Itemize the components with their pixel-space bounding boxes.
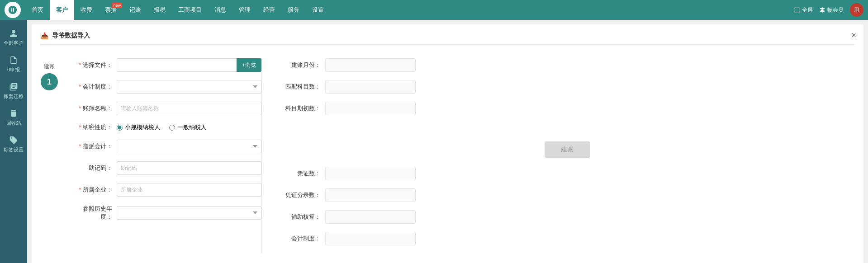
assign-accountant-select[interactable]	[117, 140, 261, 153]
nav-item-tax[interactable]: 报税	[147, 0, 172, 20]
assign-accountant-row: 指派会计：	[71, 140, 261, 153]
sidebar-item-declaration[interactable]: 0申报	[0, 51, 27, 78]
nav-item-invoice[interactable]: 票据 new	[99, 0, 123, 20]
radio-general-taxpayer[interactable]: 一般纳税人	[169, 123, 207, 132]
sidebar-label-tag-settings: 标签设置	[4, 146, 24, 153]
subject-period-value	[325, 102, 416, 115]
step-label: 建账	[44, 63, 55, 70]
file-input[interactable]	[117, 58, 237, 72]
nav-menu: 首页 客户 收费 票据 new 记账 报税 工商项目 消息 管理 经营	[25, 0, 794, 20]
sidebar-label-declaration: 0申报	[7, 66, 20, 73]
voucher-entry-label: 凭证分录数：	[280, 191, 321, 199]
right-accounting-system-row: 会计制度：	[280, 232, 854, 245]
right-accounting-system-value	[325, 232, 416, 245]
form-right: 建账月份： 匹配科目数： 科目期初数： 建账	[261, 58, 854, 254]
nav-item-business[interactable]: 工商项目	[172, 0, 208, 20]
sidebar: 全部客户 0申报 账套迁移 回收站 标签设置	[0, 20, 27, 263]
assign-accountant-label: 指派会计：	[71, 142, 112, 150]
memo-code-label: 助记码：	[71, 164, 112, 172]
match-subjects-row: 匹配科目数：	[280, 80, 854, 94]
company-label: 所属企业：	[71, 186, 112, 194]
nav-item-operation[interactable]: 经营	[257, 0, 281, 20]
panel-header: 📥 导爷数据导入	[41, 32, 854, 45]
ledger-name-label: 账簿名称：	[71, 104, 112, 113]
subject-period-row: 科目期初数：	[280, 102, 854, 115]
vip-btn[interactable]: 畅会员	[819, 6, 844, 14]
import-icon: 📥	[41, 32, 48, 39]
voucher-entry-row: 凭证分录数：	[280, 188, 854, 202]
assist-calc-label: 辅助核算：	[280, 213, 321, 221]
tax-type-radio-group: 小规模纳税人 一般纳税人	[117, 123, 207, 132]
sidebar-item-tag-settings[interactable]: 标签设置	[0, 131, 27, 158]
fullscreen-btn[interactable]: 全屏	[794, 6, 813, 14]
top-navigation: 首页 客户 收费 票据 new 记账 报税 工商项目 消息 管理 经营	[0, 0, 868, 20]
assist-calc-value	[325, 210, 416, 224]
match-subjects-label: 匹配科目数：	[280, 83, 321, 91]
radio-small-taxpayer[interactable]: 小规模纳税人	[117, 123, 160, 132]
app-logo[interactable]	[5, 2, 21, 18]
sidebar-item-recycle[interactable]: 回收站	[0, 104, 27, 131]
nav-item-service[interactable]: 服务	[281, 0, 306, 20]
nav-item-message[interactable]: 消息	[208, 0, 232, 20]
build-button[interactable]: 建账	[545, 141, 590, 158]
panel: 📥 导爷数据导入 × 建账 1 选择文件：	[32, 24, 863, 263]
close-button[interactable]: ×	[851, 31, 856, 40]
nav-item-fee[interactable]: 收费	[74, 0, 99, 20]
form-area: 建账 1 选择文件： +浏览 会	[41, 54, 854, 258]
voucher-count-value	[325, 167, 416, 180]
nav-item-manage[interactable]: 管理	[232, 0, 257, 20]
voucher-count-row: 凭证数：	[280, 167, 854, 180]
tax-type-label: 纳税性质：	[71, 123, 112, 132]
step-circle: 1	[41, 73, 58, 90]
history-year-label: 参照历史年度：	[71, 205, 112, 221]
sidebar-item-migration[interactable]: 账套迁移	[0, 78, 27, 104]
tax-type-row: 纳税性质： 小规模纳税人 一般纳税人	[71, 123, 261, 132]
new-badge: new	[112, 3, 122, 8]
accounting-system-row: 会计制度：	[71, 80, 261, 94]
match-subjects-value	[325, 80, 416, 94]
assist-calc-row: 辅助核算：	[280, 210, 854, 224]
history-year-select[interactable]	[117, 206, 261, 220]
file-input-group: +浏览	[117, 58, 261, 72]
month-row: 建账月份：	[280, 58, 854, 72]
sidebar-item-all-customers[interactable]: 全部客户	[0, 24, 27, 51]
avatar[interactable]: 用	[850, 3, 863, 17]
accounting-system-label: 会计制度：	[71, 83, 112, 91]
right-accounting-system-label: 会计制度：	[280, 235, 321, 243]
month-label: 建账月份：	[280, 61, 321, 69]
step-indicator: 建账 1	[41, 58, 58, 254]
nav-item-customer[interactable]: 客户	[50, 0, 74, 20]
history-year-row: 参照历史年度：	[71, 205, 261, 221]
ledger-name-row: 账簿名称：	[71, 102, 261, 115]
nav-item-ledger[interactable]: 记账	[123, 0, 147, 20]
file-row: 选择文件： +浏览	[71, 58, 261, 72]
form-left: 选择文件： +浏览 会计制度： 账簿名称：	[71, 58, 261, 254]
company-row: 所属企业：	[71, 183, 261, 197]
memo-code-input[interactable]	[117, 161, 261, 175]
panel-title: 导爷数据导入	[52, 32, 90, 40]
company-input[interactable]	[117, 183, 261, 197]
main-content: 📥 导爷数据导入 × 建账 1 选择文件：	[27, 20, 868, 263]
nav-right-area: 全屏 畅会员 用	[794, 3, 863, 17]
month-value	[325, 58, 416, 72]
memo-code-row: 助记码：	[71, 161, 261, 175]
nav-item-home[interactable]: 首页	[25, 0, 50, 20]
file-label: 选择文件：	[71, 61, 112, 69]
voucher-count-label: 凭证数：	[280, 169, 321, 178]
voucher-entry-value	[325, 188, 416, 202]
sidebar-label-migration: 账套迁移	[4, 93, 24, 100]
sidebar-label-recycle: 回收站	[6, 120, 21, 127]
nav-item-settings[interactable]: 设置	[306, 0, 330, 20]
main-layout: 全部客户 0申报 账套迁移 回收站 标签设置	[0, 20, 868, 263]
subject-period-label: 科目期初数：	[280, 104, 321, 113]
accounting-system-select[interactable]	[117, 80, 261, 94]
ledger-name-input[interactable]	[117, 102, 261, 115]
browse-button[interactable]: +浏览	[237, 58, 261, 72]
sidebar-label-all-customers: 全部客户	[4, 40, 24, 47]
